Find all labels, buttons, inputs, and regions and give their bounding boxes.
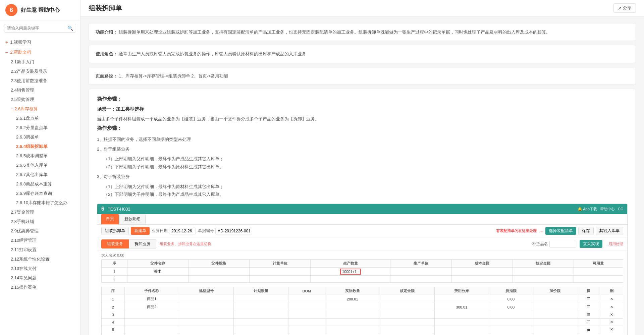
upper-th-name: 父件名称 — [127, 260, 188, 268]
sidebar-item-transfer[interactable]: 2.6.3调拨单 — [0, 132, 80, 142]
sidebar-item-other-out[interactable]: 2.6.7其他出库单 — [0, 170, 80, 179]
lower-row-4: 4☰✕ — [102, 319, 623, 326]
role-text: 通常由生产人员或库管人员完成拆装业务的操作，库管人员确认原材料的出库和产成品的入… — [119, 51, 306, 56]
lower-row-2: 2 商品2 300.01 0.00 — [102, 303, 623, 311]
mock-bill-input[interactable] — [215, 228, 252, 234]
mock-upper-table-wrapper: 大人名次 0.00 序 父件名称 父件规格 计量单位 生产数量 生产单位 — [97, 251, 627, 285]
mock-btn-audit[interactable]: 其它入库单 — [596, 227, 623, 235]
screenshot: 6 TEST-H002 🔔 App下载 帮助中心 CC 自贡 新款明细 组装拆卸… — [97, 204, 628, 335]
sidebar-item-coupon[interactable]: 2.9优惠券管理 — [0, 226, 80, 236]
mock-company: TEST-H002 — [108, 207, 130, 212]
mock-bill-label: 单据编号 — [198, 228, 214, 234]
sidebar-item-mobile[interactable]: 2.8手机旺铺 — [0, 217, 80, 226]
mock-app-header: 6 TEST-H002 🔔 App下载 帮助中心 CC — [97, 204, 627, 214]
sidebar: 6 好生意 帮助中心 🔍 + 1.视频学习 − 2.帮助文档 2.1新手入门 2… — [0, 0, 80, 335]
page-title: 组装拆卸单 — [89, 4, 122, 13]
top-bar: 组装拆卸单 ↗ 分享 — [80, 0, 644, 16]
sidebar-item-operation[interactable]: 2.10经营管理 — [0, 236, 80, 245]
mock-annotation1: 有装配清单的在这里处理 — [496, 228, 537, 233]
qty-red-box: 10001+1= — [340, 269, 361, 275]
path-block: 页面路径： 1、库存核算->库存管理->组装拆卸单 2、首页->常用功能 — [89, 67, 636, 85]
sidebar-item-stocktake2[interactable]: 2.6.2分量盘点单 — [0, 123, 80, 132]
sidebar-item-assemble[interactable]: 2.6.4组装拆卸单 — [0, 142, 80, 151]
app-logo: 6 — [5, 4, 17, 16]
mock-btn-save[interactable]: 保存 — [578, 227, 594, 235]
mock-btn-confirm[interactable]: 立采实现 — [580, 240, 602, 248]
mock-warehouse-group: 补货品名 — [532, 241, 576, 247]
upper-th-unit: 计量单位 — [250, 260, 311, 268]
sidebar-item-cases[interactable]: 2.15操作案例 — [0, 283, 80, 292]
upper-th-avail: 可用量 — [574, 260, 623, 268]
mock-tab-zg[interactable]: 自贡 — [101, 214, 119, 224]
sidebar-item-install[interactable]: 2.2产品安装及登录 — [0, 67, 80, 76]
mock-type-assemble[interactable]: 组装业务 — [101, 239, 129, 248]
sidebar-item-sales[interactable]: 2.4销售管理 — [0, 86, 80, 95]
sidebar-item-finance[interactable]: 2.7资金管理 — [0, 208, 80, 217]
upper-row-2: 2 — [102, 276, 623, 283]
mock-icons: 🔔 App下载 帮助中心 CC — [578, 207, 623, 212]
mock-warehouse-label: 补货品名 — [532, 241, 548, 247]
mock-annotation1-group: 有装配清单的在这里处理 → 选择装配清单 保存 其它入库单 — [496, 227, 623, 235]
mock-tabs: 自贡 新款明细 — [97, 214, 627, 225]
sidebar-item-help-docs[interactable]: − 2.帮助文档 — [0, 47, 80, 57]
sidebar-item-stock-fix[interactable]: 2.6.10库存账本错了怎么办 — [0, 198, 80, 208]
role-label: 使用角色： — [96, 51, 117, 56]
upper-th-cost: 成本金额 — [451, 260, 513, 268]
sidebar-item-faq[interactable]: 2.14常见问题 — [0, 273, 80, 283]
sidebar-item-video-learning[interactable]: + 1.视频学习 — [0, 37, 80, 47]
sidebar-item-settings[interactable]: 2.12系统个性化设置 — [0, 255, 80, 264]
sidebar-item-newbie[interactable]: 2.1新手入门 — [0, 57, 80, 67]
main-area: 组装拆卸单 ↗ 分享 功能介绍： 组装拆卸单用来处理企业组装或拆卸等加工业务，支… — [80, 0, 644, 335]
lower-row-1: 1 商品1 200.01 0.00 — [102, 295, 623, 303]
search-input[interactable] — [7, 26, 67, 31]
mock-type-disassemble[interactable]: 拆卸业务 — [129, 239, 156, 248]
share-button[interactable]: ↗ 分享 — [613, 3, 636, 13]
scene1-desc: 当由多个子件材料组装成一个成品的业务为【组装】业务，当由一个父件拆分成多个子产品… — [97, 115, 628, 123]
sidebar-item-purchase[interactable]: 2.5采购管理 — [0, 95, 80, 104]
sidebar-item-cost-adj[interactable]: 2.6.5成本调整单 — [0, 151, 80, 161]
func-intro-text: 组装拆卸单用来处理企业组装或拆卸等加工业务，支持有固定装配清单的产品加工业务，也… — [119, 30, 550, 35]
sidebar-item-stock-book[interactable]: 2.6.9库存账本查询 — [0, 189, 80, 198]
sidebar-item-other-in[interactable]: 2.6.6其他入库单 — [0, 161, 80, 170]
sidebar-item-inventory[interactable]: − 2.6库存核算 — [0, 104, 80, 114]
step3-1: （1）上部明细为父件明细，最终作为原材料生成其它出库单； — [97, 183, 628, 190]
lower-row-5: 5☰✕ — [102, 326, 623, 333]
arrow-icon1: → — [539, 228, 543, 234]
mock-warehouse-input[interactable] — [549, 241, 576, 247]
mock-upper-table: 序 父件名称 父件规格 计量单位 生产数量 生产单位 成本金额 核定金额 可用量 — [101, 259, 623, 283]
collapse-icon: − — [5, 50, 8, 55]
sidebar-item-print[interactable]: 2.11打印设置 — [0, 245, 80, 255]
step2-1: （1）上部明细为父件明细，最终作为产成品生成其它入库单； — [97, 155, 628, 163]
share-icon: ↗ — [618, 6, 622, 11]
mock-btn-new[interactable]: 组装拆卸单 — [101, 227, 129, 235]
app-title: 好生意 帮助中心 — [21, 7, 60, 14]
mock-date-input[interactable] — [169, 228, 196, 234]
role-block: 使用角色： 通常由生产人员或库管人员完成拆装业务的操作，库管人员确认原材料的出库… — [89, 45, 636, 63]
path-label: 页面路径： — [96, 73, 117, 78]
func-intro-label: 功能介绍： — [96, 30, 117, 35]
step3: 3、对于拆装业务 — [97, 173, 628, 180]
sidebar-item-stocktake[interactable]: 2.6.1盘点单 — [0, 114, 80, 123]
search-box[interactable]: 🔍 — [4, 24, 76, 33]
ops-title: 操作步骤： — [97, 96, 628, 102]
mock-annotation3: 启用处理 — [608, 241, 623, 246]
mock-btn-add[interactable]: 新建单 — [131, 227, 150, 235]
sidebar-item-data-prep[interactable]: 2.3使用前数据准备 — [0, 76, 80, 86]
sidebar-header: 6 好生意 帮助中心 — [0, 0, 80, 20]
mock-type-tabs: 组装业务 拆卸业务 — [101, 239, 156, 248]
content-area: 功能介绍： 组装拆卸单用来处理企业组装或拆卸等加工业务，支持有固定装配清单的产品… — [80, 16, 644, 335]
upper-row-1: 1 关木 10001+1= — [102, 268, 623, 276]
mock-btn-select[interactable]: 选择装配清单 — [545, 227, 576, 235]
sidebar-item-payment[interactable]: 2.13在线支付 — [0, 264, 80, 273]
step3-2: （2）下部明细为子件明细，最终作为产成品生成其它入库单。 — [97, 190, 628, 198]
ops-steps-title: 操作步骤： — [97, 125, 628, 131]
sidebar-nav: + 1.视频学习 − 2.帮助文档 2.1新手入门 2.2产品安装及登录 2.3… — [0, 36, 80, 335]
upper-th-spec: 父件规格 — [188, 260, 249, 268]
upper-th-qty: 生产数量 — [311, 260, 390, 268]
mock-date-label: 业务日期 — [152, 228, 168, 234]
mock-tab-detail[interactable]: 新款明细 — [119, 214, 146, 224]
mock-lower-table: 序 子件名称 规格型号 计划数量 BOM 实际数量 核定金额 费用分摊 折扣额 — [101, 287, 623, 335]
mock-lower-table-wrapper: 序 子件名称 规格型号 计划数量 BOM 实际数量 核定金额 费用分摊 折扣额 — [97, 285, 627, 335]
search-icon: 🔍 — [67, 25, 73, 31]
sidebar-item-cost-recalc[interactable]: 2.6.8商品成本重算 — [0, 179, 80, 189]
